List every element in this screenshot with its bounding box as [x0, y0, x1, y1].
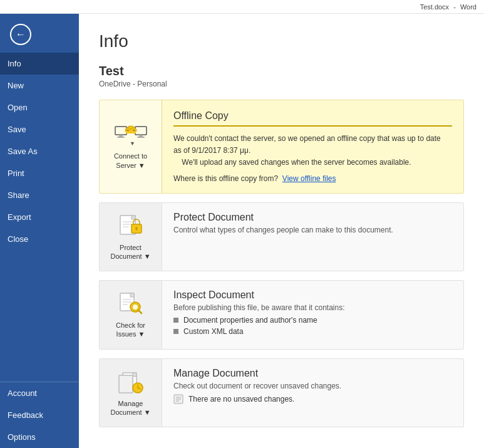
- inspect-bullet-2: Custom XML data: [173, 327, 452, 336]
- svg-rect-1: [119, 135, 123, 137]
- protect-document-button[interactable]: ProtectDocument ▼: [100, 203, 162, 271]
- main-layout: ← Info New Open Save Save As Print Share…: [0, 14, 484, 448]
- check-for-issues-button[interactable]: Check forIssues ▼: [100, 281, 162, 349]
- inspect-document-desc: Before publishing this file, be aware th…: [173, 303, 452, 312]
- protect-document-content: Protect Document Control what types of c…: [162, 203, 463, 271]
- view-offline-files-link[interactable]: View offline files: [282, 174, 336, 183]
- no-changes-icon: [173, 394, 183, 404]
- svg-rect-30: [133, 373, 136, 377]
- connect-server-label: Connect toServer ▼: [114, 152, 147, 170]
- back-button[interactable]: ←: [5, 19, 36, 50]
- title-bar: Test.docx - Word: [0, 0, 484, 14]
- doc-location: OneDrive - Personal: [99, 80, 464, 88]
- page-title: Info: [99, 31, 464, 51]
- svg-rect-5: [137, 137, 145, 138]
- svg-rect-22: [130, 293, 134, 297]
- sidebar-item-export[interactable]: Export: [0, 206, 79, 228]
- svg-rect-2: [117, 137, 125, 138]
- sidebar-item-info[interactable]: Info: [0, 53, 79, 75]
- sidebar-item-print[interactable]: Print: [0, 162, 79, 184]
- bullet-square-2: [173, 329, 178, 334]
- inspect-document-card: Check forIssues ▼ Inspect Document Befor…: [99, 280, 464, 350]
- manage-document-icon: [118, 369, 144, 394]
- sidebar-item-open[interactable]: Open: [0, 96, 79, 118]
- offline-banner-content: Offline Copy We couldn't contact the ser…: [162, 100, 463, 193]
- title-app: Word: [460, 3, 476, 11]
- offline-heading: Offline Copy: [173, 110, 452, 122]
- sidebar-item-save-as[interactable]: Save As: [0, 140, 79, 162]
- offline-footer: Where is this offline copy from? View of…: [173, 174, 452, 183]
- svg-rect-0: [115, 127, 126, 135]
- bullet-square-1: [173, 318, 178, 323]
- content-area: Info Test OneDrive - Personal: [79, 14, 484, 448]
- manage-document-content: Manage Document Check out document or re…: [162, 359, 463, 427]
- inspect-bullet-1: Document properties and author's name: [173, 316, 452, 325]
- sidebar-item-new[interactable]: New: [0, 75, 79, 96]
- back-icon: ←: [10, 24, 31, 45]
- title-filename: Test.docx: [420, 3, 449, 11]
- manage-document-heading: Manage Document: [173, 368, 452, 379]
- inspect-document-content: Inspect Document Before publishing this …: [162, 281, 463, 349]
- sidebar: ← Info New Open Save Save As Print Share…: [0, 14, 79, 448]
- title-separator: -: [451, 3, 458, 11]
- svg-rect-9: [126, 130, 136, 133]
- connect-server-icon: ▼: [115, 123, 147, 147]
- doc-title: Test: [99, 64, 464, 78]
- offline-banner: ▼ Connect toServer ▼ Offline Copy We cou…: [99, 100, 464, 194]
- sidebar-item-feedback[interactable]: Feedback: [0, 404, 79, 426]
- svg-rect-14: [131, 216, 135, 219]
- sidebar-item-account[interactable]: Account: [0, 382, 79, 404]
- manage-document-card: ManageDocument ▼ Manage Document Check o…: [99, 358, 464, 428]
- svg-rect-4: [139, 135, 143, 137]
- no-changes-text: There are no unsaved changes.: [173, 394, 452, 404]
- protect-document-label: ProtectDocument ▼: [110, 243, 150, 261]
- protect-document-desc: Control what types of changes people can…: [173, 226, 452, 234]
- manage-document-label: ManageDocument ▼: [110, 399, 150, 417]
- protect-document-icon: [118, 213, 144, 238]
- svg-rect-20: [136, 228, 137, 231]
- protect-document-heading: Protect Document: [173, 212, 452, 223]
- protect-document-card: ProtectDocument ▼ Protect Document Contr…: [99, 202, 464, 272]
- manage-document-desc: Check out document or recover unsaved ch…: [173, 382, 452, 390]
- offline-description: We couldn't contact the server, so we op…: [173, 133, 452, 169]
- sidebar-item-save[interactable]: Save: [0, 118, 79, 140]
- connect-to-server-button[interactable]: ▼ Connect toServer ▼: [100, 100, 162, 193]
- offline-underline: [173, 125, 452, 127]
- svg-line-28: [138, 310, 142, 313]
- svg-rect-3: [135, 127, 147, 135]
- sidebar-item-options[interactable]: Options: [0, 426, 79, 448]
- svg-rect-34: [119, 375, 133, 393]
- sidebar-item-close[interactable]: Close: [0, 228, 79, 250]
- svg-text:▼: ▼: [130, 140, 135, 147]
- sidebar-bottom: Account Feedback Options: [0, 382, 79, 448]
- check-for-issues-label: Check forIssues ▼: [116, 321, 145, 339]
- manage-document-button[interactable]: ManageDocument ▼: [100, 359, 162, 427]
- inspect-document-heading: Inspect Document: [173, 289, 452, 301]
- check-issues-icon: [118, 291, 144, 316]
- sidebar-item-share[interactable]: Share: [0, 184, 79, 206]
- svg-point-27: [132, 304, 138, 310]
